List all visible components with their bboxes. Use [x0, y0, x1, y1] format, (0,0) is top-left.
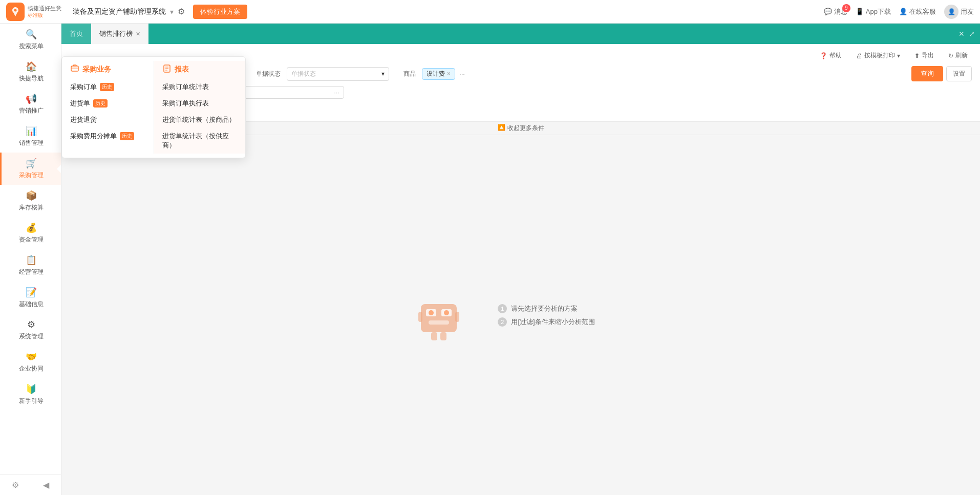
receipt-stats-supplier-item[interactable]: 进货单统计表（按供应商） [158, 128, 242, 154]
system-icon: ⚙ [27, 319, 35, 330]
svg-rect-1 [421, 304, 457, 332]
business-icon [70, 64, 79, 75]
sidebar-settings-icon[interactable]: ⚙ [12, 480, 19, 490]
sidebar-item-purchase[interactable]: 🛒 采购管理 [0, 153, 61, 185]
purchase-order-hist-badge: 历史 [100, 83, 114, 91]
purchase-receipt-hist-badge: 历史 [93, 99, 108, 107]
sidebar-item-operations-label: 经营管理 [19, 268, 44, 276]
goods-filter-area: 设计费 × ··· [422, 68, 465, 80]
purchase-receipt-label: 进货单 [70, 99, 90, 108]
purchase-icon: 🛒 [26, 158, 37, 169]
query-btn[interactable]: 查询 [911, 66, 943, 81]
purchase-return-item[interactable]: 进货退货 [66, 112, 150, 128]
sidebar-item-basic-info[interactable]: 📝 基础信息 [0, 282, 61, 314]
sidebar-collapse-icon[interactable]: ◀ [43, 480, 49, 490]
svg-point-9 [429, 310, 434, 315]
tab-close-all-icon[interactable]: ✕ [958, 30, 965, 38]
help-btn[interactable]: ❓ 帮助 [816, 49, 846, 62]
empty-hint-1: 1 请先选择要分析的方案 [498, 304, 578, 313]
goods-tag-label: 设计费 [427, 70, 445, 78]
tab-right-icons: ✕ ⤢ [958, 30, 980, 38]
sidebar-item-sales[interactable]: 📊 销售管理 [0, 120, 61, 153]
operations-icon: 📋 [26, 254, 37, 266]
export-icon: ⬆ [914, 52, 920, 59]
svg-rect-7 [431, 332, 437, 340]
purchase-business-col: 采购业务 采购订单 历史 进货单 历史 进货退货 采购费用分摊单 历史 [62, 61, 154, 154]
app-download-label: App下载 [866, 7, 891, 16]
empty-state: 1 请先选择要分析的方案 2 用[过滤]条件来缩小分析范围 [498, 304, 594, 327]
goods-more-icon[interactable]: ··· [459, 70, 465, 78]
receipt-stats-goods-item[interactable]: 进货单统计表（按商品） [158, 112, 242, 128]
sidebar-item-system[interactable]: ⚙ 系统管理 [0, 314, 61, 346]
sales-icon: 📊 [26, 125, 37, 137]
sidebar-item-marketing-label: 营销推广 [19, 106, 44, 115]
sidebar-item-operations[interactable]: 📋 经营管理 [0, 249, 61, 282]
hint-text-1: 请先选择要分析的方案 [511, 304, 578, 313]
action-btns: 查询 设置 [911, 66, 972, 81]
collapse-label: 收起更多条件 [507, 124, 544, 133]
empty-illustration [411, 289, 467, 347]
salesperson-input[interactable]: ··· [242, 86, 344, 99]
enterprise-icon: 🤝 [26, 351, 37, 362]
purchase-dropdown-menu: 采购业务 采购订单 历史 进货单 历史 进货退货 采购费用分摊单 历史 [61, 56, 246, 158]
finance-icon: 💰 [26, 222, 37, 233]
purchase-order-stats-item[interactable]: 采购订单统计表 [158, 79, 242, 95]
notification-item[interactable]: 💬 消息 9 [824, 7, 847, 16]
purchase-report-title: 报表 [158, 61, 242, 79]
refresh-icon: ↻ [948, 52, 953, 59]
business-title-label: 采购业务 [82, 65, 111, 74]
help-icon: ❓ [820, 52, 827, 59]
sidebar-item-finance-label: 资金管理 [19, 235, 44, 244]
sidebar-item-guide[interactable]: 🔰 新手引导 [0, 378, 61, 411]
logo-line1: 畅捷通好生意 [28, 5, 61, 12]
goods-tag-close-icon[interactable]: × [447, 70, 451, 77]
sidebar-item-quick-nav[interactable]: 🏠 快捷导航 [0, 56, 61, 88]
refresh-btn[interactable]: ↻ 刷新 [944, 49, 972, 62]
guide-icon: 🔰 [26, 383, 37, 395]
goods-tag: 设计费 × [422, 68, 455, 80]
user-label: 用友 [961, 7, 974, 16]
doc-status-value: 单据状态 [291, 70, 316, 78]
purchase-return-label: 进货退货 [70, 115, 97, 124]
app-download-item[interactable]: 📱 App下载 [856, 7, 891, 16]
online-service-item[interactable]: 👤 在线客服 [899, 7, 936, 16]
svg-rect-6 [455, 312, 459, 322]
tab-expand-icon[interactable]: ⤢ [969, 30, 975, 38]
purchase-order-exec-item[interactable]: 采购订单执行表 [158, 95, 242, 112]
marketing-icon: 📢 [26, 93, 37, 104]
sidebar-bottom: ⚙ ◀ [0, 475, 61, 495]
hint-num-1: 1 [498, 304, 507, 313]
salesperson-more-icon: ··· [334, 89, 339, 96]
print-btn[interactable]: 🖨 按模板打印 ▾ [852, 49, 904, 62]
home-icon: 🏠 [26, 61, 37, 72]
purchase-dropdown-wrapper: 采购业务 采购订单 历史 进货单 历史 进货退货 采购费用分摊单 历史 [61, 0, 246, 158]
sidebar-item-sales-label: 销售管理 [19, 139, 44, 147]
purchase-expense-hist-badge: 历史 [120, 132, 134, 140]
doc-status-label: 单据状态 [256, 70, 281, 78]
purchase-order-stats-label: 采购订单统计表 [162, 82, 209, 92]
sidebar-item-enterprise[interactable]: 🤝 企业协同 [0, 346, 61, 378]
online-service-label: 在线客服 [909, 7, 936, 16]
purchase-expense-item[interactable]: 采购费用分摊单 历史 [66, 128, 150, 144]
logo-text: 畅捷通好生意 标准版 [28, 5, 61, 18]
print-arrow-icon: ▾ [897, 52, 900, 59]
user-item[interactable]: 👤 用友 [944, 5, 974, 19]
sidebar: 🔍 搜索菜单 🏠 快捷导航 📢 营销推广 📊 销售管理 🛒 采购管理 📦 库存核… [0, 24, 61, 495]
export-btn[interactable]: ⬆ 导出 [910, 49, 938, 62]
help-label: 帮助 [829, 51, 842, 60]
sidebar-item-search[interactable]: 🔍 搜索菜单 [0, 24, 61, 56]
doc-status-select[interactable]: 单据状态 ▾ [287, 67, 389, 81]
sidebar-item-marketing[interactable]: 📢 营销推广 [0, 88, 61, 120]
purchase-business-title: 采购业务 [66, 61, 150, 79]
purchase-receipt-item[interactable]: 进货单 历史 [66, 95, 150, 112]
settings-btn[interactable]: 设置 [946, 66, 972, 81]
sidebar-item-enterprise-label: 企业协同 [19, 364, 44, 373]
sidebar-item-finance[interactable]: 💰 资金管理 [0, 217, 61, 249]
purchase-order-item[interactable]: 采购订单 历史 [66, 79, 150, 95]
sidebar-item-inventory[interactable]: 📦 库存核算 [0, 185, 61, 217]
search-icon: 🔍 [26, 29, 37, 40]
main-layout: 🔍 搜索菜单 🏠 快捷导航 📢 营销推广 📊 销售管理 🛒 采购管理 📦 库存核… [0, 24, 980, 495]
notification-badge: 9 [842, 4, 850, 12]
print-icon: 🖨 [856, 52, 862, 59]
svg-rect-5 [418, 312, 422, 322]
